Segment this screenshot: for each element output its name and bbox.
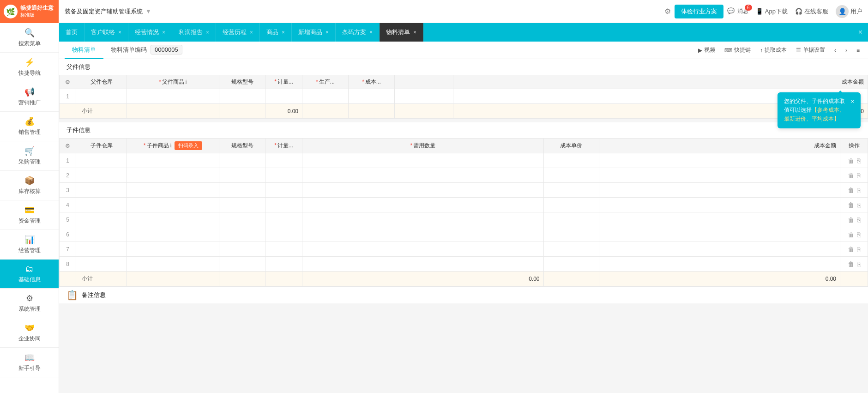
child-row-qty[interactable] — [302, 153, 544, 168]
tab-operation-close[interactable]: × — [162, 29, 165, 36]
nav-next-btn[interactable]: › — [843, 46, 850, 55]
tab-operation[interactable]: 经营情况 × — [128, 23, 172, 42]
child-row-qty[interactable] — [302, 198, 544, 212]
parent-th-gear[interactable]: ⚙ — [60, 75, 76, 89]
nav-prev-btn[interactable]: ‹ — [832, 46, 839, 55]
sub-tab-bom-list[interactable]: 物料清单 — [65, 42, 103, 59]
delete-icon[interactable]: 🗑 — [848, 201, 854, 209]
child-row-spec[interactable] — [219, 257, 265, 272]
child-row-qty[interactable] — [302, 212, 544, 227]
child-row-cost-amount[interactable] — [599, 153, 840, 168]
child-row-product[interactable] — [127, 153, 219, 168]
tab-customer[interactable]: 客户联络 × — [84, 23, 128, 42]
child-row-unit-cost[interactable] — [543, 257, 599, 272]
child-row-spec[interactable] — [219, 212, 265, 227]
child-row-cost-amount[interactable] — [599, 227, 840, 242]
child-row-qty[interactable] — [302, 257, 544, 272]
tab-barcode-close[interactable]: × — [369, 29, 373, 36]
child-row-unit-cost[interactable] — [543, 198, 599, 212]
tab-bom-close[interactable]: × — [413, 29, 416, 36]
delete-icon[interactable]: 🗑 — [848, 231, 854, 238]
tab-profit-close[interactable]: × — [206, 29, 209, 36]
child-row-product[interactable] — [127, 168, 219, 183]
doc-settings-btn[interactable]: ☰ 单据设置 — [793, 45, 828, 55]
child-row-unit[interactable] — [265, 183, 302, 198]
sidebar-item-sales[interactable]: 💰 销售管理 — [0, 112, 59, 141]
child-row-cost-amount[interactable] — [599, 183, 840, 198]
tab-product[interactable]: 商品 × — [260, 23, 292, 42]
list-view-btn[interactable]: ≡ — [854, 46, 862, 55]
sidebar-item-enterprise[interactable]: 🤝 企业协同 — [0, 318, 59, 348]
tab-profit[interactable]: 利润报告 × — [172, 23, 216, 42]
delete-icon[interactable]: 🗑 — [848, 246, 854, 253]
child-row-unit-cost[interactable] — [543, 183, 599, 198]
child-row-cost-amount[interactable] — [599, 242, 840, 257]
child-row-unit[interactable] — [265, 168, 302, 183]
tab-history-close[interactable]: × — [250, 29, 253, 36]
child-row-warehouse[interactable] — [76, 227, 127, 242]
tooltip-close-btn[interactable]: × — [850, 97, 854, 107]
tab-home[interactable]: 首页 — [59, 23, 84, 42]
trial-btn[interactable]: 体验行业方案 — [675, 5, 723, 18]
child-row-product[interactable] — [127, 242, 219, 257]
sub-tab-bom-code[interactable]: 物料清单编码 0000005 — [103, 42, 190, 59]
parent-row-unit[interactable] — [265, 89, 302, 104]
messages-btn[interactable]: 💬 6 消息 — [727, 7, 748, 15]
extract-cost-btn[interactable]: ↑ 提取成本 — [757, 45, 790, 55]
child-row-product[interactable] — [127, 257, 219, 272]
child-row-spec[interactable] — [219, 227, 265, 242]
delete-icon[interactable]: 🗑 — [848, 157, 854, 164]
parent-row-produce[interactable] — [302, 89, 349, 104]
copy-icon[interactable]: ⎘ — [857, 231, 861, 238]
copy-icon[interactable]: ⎘ — [857, 216, 861, 224]
parent-row-product[interactable] — [127, 89, 219, 104]
tab-barcode[interactable]: 条码方案 × — [336, 23, 380, 42]
delete-icon[interactable]: 🗑 — [848, 187, 854, 194]
sidebar-item-inventory[interactable]: 📦 库存核算 — [0, 171, 59, 200]
child-row-product[interactable] — [127, 198, 219, 212]
hotkey-btn[interactable]: ⌨ 快捷键 — [722, 45, 753, 55]
sidebar-item-purchase[interactable]: 🛒 采购管理 — [0, 141, 59, 171]
child-row-warehouse[interactable] — [76, 212, 127, 227]
copy-icon[interactable]: ⎘ — [857, 260, 861, 268]
sidebar-item-guide[interactable]: 📖 新手引导 — [0, 348, 59, 377]
child-row-cost-amount[interactable] — [599, 257, 840, 272]
sidebar-item-basic[interactable]: 🗂 基础信息 — [0, 260, 59, 289]
memo-icon[interactable]: 📋 — [66, 290, 78, 301]
delete-icon[interactable]: 🗑 — [848, 260, 854, 268]
child-row-spec[interactable] — [219, 168, 265, 183]
child-row-unit[interactable] — [265, 257, 302, 272]
copy-icon[interactable]: ⎘ — [857, 201, 861, 209]
sidebar-item-system[interactable]: ⚙ 系统管理 — [0, 289, 59, 318]
sidebar-item-marketing[interactable]: 📢 营销推广 — [0, 82, 59, 112]
delete-icon[interactable]: 🗑 — [848, 172, 854, 179]
child-row-cost-amount[interactable] — [599, 198, 840, 212]
child-row-spec[interactable] — [219, 198, 265, 212]
sidebar-item-quicknav[interactable]: ⚡ 快捷导航 — [0, 53, 59, 82]
child-row-spec[interactable] — [219, 242, 265, 257]
child-row-spec[interactable] — [219, 153, 265, 168]
child-row-warehouse[interactable] — [76, 257, 127, 272]
gear-button[interactable]: ⚙ — [664, 7, 671, 16]
child-row-unit-cost[interactable] — [543, 242, 599, 257]
child-row-unit-cost[interactable] — [543, 168, 599, 183]
sidebar-item-finance[interactable]: 💳 资金管理 — [0, 200, 59, 230]
copy-icon[interactable]: ⎘ — [857, 246, 861, 253]
child-th-gear[interactable]: ⚙ — [60, 139, 76, 153]
child-row-product[interactable] — [127, 183, 219, 198]
child-row-unit-cost[interactable] — [543, 212, 599, 227]
child-row-warehouse[interactable] — [76, 198, 127, 212]
tab-product-close[interactable]: × — [282, 29, 285, 36]
child-row-unit[interactable] — [265, 242, 302, 257]
child-row-unit-cost[interactable] — [543, 153, 599, 168]
child-row-unit[interactable] — [265, 153, 302, 168]
child-row-unit[interactable] — [265, 212, 302, 227]
sidebar-item-search[interactable]: 🔍 搜索菜单 — [0, 23, 59, 53]
child-row-product[interactable] — [127, 227, 219, 242]
child-row-cost-amount[interactable] — [599, 168, 840, 183]
tab-bom[interactable]: 物料清单 × — [380, 23, 423, 42]
delete-icon[interactable]: 🗑 — [848, 216, 854, 224]
nav-close-all[interactable]: × — [853, 23, 868, 42]
child-row-unit[interactable] — [265, 198, 302, 212]
tab-customer-close[interactable]: × — [118, 29, 121, 36]
